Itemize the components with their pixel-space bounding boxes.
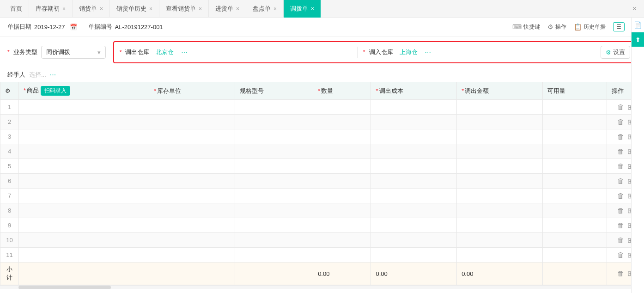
cell-available-2[interactable] — [542, 115, 607, 129]
sidebar-doc-icon[interactable]: 📄 — [632, 18, 644, 32]
cell-unit-4[interactable] — [149, 144, 235, 159]
cell-unit-3[interactable] — [149, 129, 235, 144]
shortcut-btn[interactable]: ⌨ 快捷键 — [512, 23, 540, 31]
cell-available-6[interactable] — [542, 174, 607, 189]
cell-qty-3[interactable] — [313, 129, 371, 144]
cell-amount-7[interactable] — [457, 189, 543, 203]
cell-available-8[interactable] — [542, 203, 607, 218]
delete-row-icon[interactable]: 🗑 — [617, 192, 624, 200]
cell-available-11[interactable] — [542, 248, 607, 262]
cell-product-6[interactable] — [19, 174, 149, 189]
delete-row-icon[interactable]: 🗑 — [617, 251, 624, 259]
cell-amount-2[interactable] — [457, 115, 543, 129]
cell-spec-7[interactable] — [235, 189, 313, 203]
cell-amount-1[interactable] — [457, 100, 543, 115]
cell-spec-3[interactable] — [235, 129, 313, 144]
cell-product-3[interactable] — [19, 129, 149, 144]
cell-amount-6[interactable] — [457, 174, 543, 189]
cell-qty-11[interactable] — [313, 248, 371, 262]
cell-cost-9[interactable] — [371, 218, 457, 233]
cell-amount-3[interactable] — [457, 129, 543, 144]
cell-cost-3[interactable] — [371, 129, 457, 144]
cell-unit-6[interactable] — [149, 174, 235, 189]
close-all-tabs[interactable]: × — [629, 5, 640, 13]
delete-row-icon[interactable]: 🗑 — [617, 221, 624, 229]
scrollbar-thumb[interactable] — [18, 286, 111, 289]
scrollbar-area[interactable] — [0, 285, 644, 289]
cell-product-10[interactable] — [19, 233, 149, 248]
tab-purchase-order[interactable]: 进货单 × — [209, 0, 246, 18]
tab-home[interactable]: 首页 — [4, 0, 29, 18]
cell-amount-5[interactable] — [457, 159, 543, 174]
cell-unit-5[interactable] — [149, 159, 235, 174]
delete-subtotal-icon[interactable]: 🗑 — [617, 269, 624, 277]
close-tab-sales-order[interactable]: × — [100, 6, 103, 12]
cell-cost-10[interactable] — [371, 233, 457, 248]
delete-row-icon[interactable]: 🗑 — [617, 147, 624, 155]
col-settings[interactable]: ⚙ — [0, 82, 19, 100]
cell-amount-10[interactable] — [457, 233, 543, 248]
cell-available-4[interactable] — [542, 144, 607, 159]
delete-row-icon[interactable]: 🗑 — [617, 236, 624, 244]
cell-amount-11[interactable] — [457, 248, 543, 262]
in-warehouse-more-btn[interactable]: ··· — [425, 48, 431, 56]
cell-available-3[interactable] — [542, 129, 607, 144]
cell-unit-11[interactable] — [149, 248, 235, 262]
cell-spec-4[interactable] — [235, 144, 313, 159]
cell-spec-8[interactable] — [235, 203, 313, 218]
delete-row-icon[interactable]: 🗑 — [617, 207, 624, 214]
cell-available-1[interactable] — [542, 100, 607, 115]
cell-product-1[interactable] — [19, 100, 149, 115]
cell-spec-9[interactable] — [235, 218, 313, 233]
cell-spec-1[interactable] — [235, 100, 313, 115]
cell-product-4[interactable] — [19, 144, 149, 159]
handler-select[interactable]: 选择... — [29, 71, 46, 79]
cell-available-7[interactable] — [542, 189, 607, 203]
cell-product-8[interactable] — [19, 203, 149, 218]
cell-cost-7[interactable] — [371, 189, 457, 203]
cell-product-9[interactable] — [19, 218, 149, 233]
cell-unit-8[interactable] — [149, 203, 235, 218]
delete-row-icon[interactable]: 🗑 — [617, 118, 624, 126]
cell-cost-4[interactable] — [371, 144, 457, 159]
handler-more-btn[interactable]: ··· — [50, 71, 56, 79]
cell-cost-8[interactable] — [371, 203, 457, 218]
cell-cost-6[interactable] — [371, 174, 457, 189]
settings-btn[interactable]: ⚙ 设置 — [601, 46, 630, 59]
cell-product-11[interactable] — [19, 248, 149, 262]
close-tab-purchase-order[interactable]: × — [236, 6, 239, 12]
delete-row-icon[interactable]: 🗑 — [617, 162, 624, 170]
cell-cost-1[interactable] — [371, 100, 457, 115]
cell-amount-4[interactable] — [457, 144, 543, 159]
cell-unit-2[interactable] — [149, 115, 235, 129]
layout-btn[interactable]: ☰ — [613, 22, 625, 31]
cell-unit-9[interactable] — [149, 218, 235, 233]
cell-qty-8[interactable] — [313, 203, 371, 218]
tab-transfer-order[interactable]: 调拨单 × — [284, 0, 321, 18]
tab-sales-order[interactable]: 销货单 × — [73, 0, 110, 18]
tab-inventory-init[interactable]: 库存期初 × — [29, 0, 73, 18]
cell-spec-2[interactable] — [235, 115, 313, 129]
cell-qty-7[interactable] — [313, 189, 371, 203]
delete-row-icon[interactable]: 🗑 — [617, 103, 624, 111]
cell-product-7[interactable] — [19, 189, 149, 203]
cell-spec-11[interactable] — [235, 248, 313, 262]
close-tab-view-sales[interactable]: × — [199, 6, 202, 12]
cell-unit-1[interactable] — [149, 100, 235, 115]
cell-product-2[interactable] — [19, 115, 149, 129]
cell-spec-10[interactable] — [235, 233, 313, 248]
close-tab-transfer-order[interactable]: × — [311, 6, 314, 12]
cell-available-10[interactable] — [542, 233, 607, 248]
cell-available-5[interactable] — [542, 159, 607, 174]
cell-product-5[interactable] — [19, 159, 149, 174]
cell-qty-5[interactable] — [313, 159, 371, 174]
cell-cost-11[interactable] — [371, 248, 457, 262]
close-tab-sales-history[interactable]: × — [149, 6, 152, 12]
cell-qty-9[interactable] — [313, 218, 371, 233]
cell-qty-2[interactable] — [313, 115, 371, 129]
delete-row-icon[interactable]: 🗑 — [617, 177, 624, 185]
cell-unit-7[interactable] — [149, 189, 235, 203]
calendar-icon[interactable]: 📅 — [70, 24, 77, 31]
history-btn[interactable]: 📋 历史单据 — [574, 23, 606, 31]
cell-cost-5[interactable] — [371, 159, 457, 174]
